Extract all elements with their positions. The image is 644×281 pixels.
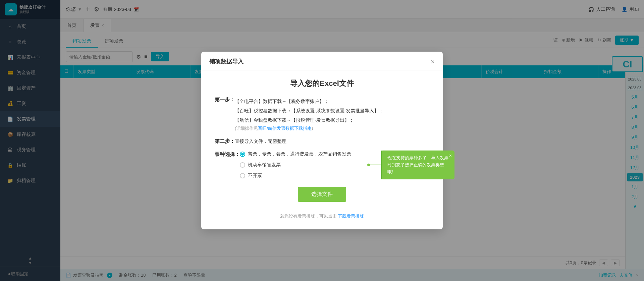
tooltip-container: × 现在支持的票种多了，导入发票时别忘了选择正确的发票类型哦! <box>381 151 454 179</box>
modal-main-title: 导入您的Excel文件 <box>215 78 429 89</box>
step1-row: 第一步： 【全电平台】数据下载→【税务数字账户】； 【百旺】税控盘数据下载→【系… <box>215 97 429 131</box>
step1-content: 【全电平台】数据下载→【税务数字账户】； 【百旺】税控盘数据下载→【系统设置-系… <box>235 97 383 131</box>
radio-motor-label: 机动车销售发票 <box>248 162 281 168</box>
modal-btn-row: 选择文件 <box>215 187 429 202</box>
step2-content: 直接导入文件，无需整理 <box>235 138 286 145</box>
modal-step2: 第二步： 直接导入文件，无需整理 <box>215 138 429 145</box>
radio-normal-label: 普票，专票，卷票，通行费发票，农产品销售发票 <box>248 151 351 157</box>
radio-group: 普票，专票，卷票，通行费发票，农产品销售发票 机动车销售发票 <box>240 151 351 179</box>
tooltip-connector-line <box>369 165 381 165</box>
radio-no-ticket-label: 不开票 <box>248 173 262 179</box>
step1-note: (详细操作见百旺/航信发票数据下载指南) <box>235 125 383 131</box>
step2-row: 第二步： 直接导入文件，无需整理 <box>215 138 429 145</box>
select-file-button[interactable]: 选择文件 <box>298 187 346 202</box>
modal-overlay: 销项数据导入 × 导入您的Excel文件 第一步： 【全电平台】数据下载→【税务… <box>0 0 644 281</box>
import-modal: 销项数据导入 × 导入您的Excel文件 第一步： 【全电平台】数据下载→【税务… <box>201 52 443 229</box>
modal-ticket-select: 票种选择： 普票，专票，卷票，通行费发票，农产品销售发票 机动车销售 <box>215 151 429 179</box>
modal-title: 销项数据导入 <box>209 58 244 65</box>
download-template-link[interactable]: 下载发票模版 <box>338 214 364 219</box>
tooltip-close-btn[interactable]: × <box>449 152 452 159</box>
step1-line1: 【全电平台】数据下载→【税务数字账户】； <box>235 97 383 106</box>
radio-no-ticket-circle <box>240 173 245 178</box>
radio-normal[interactable]: 普票，专票，卷票，通行费发票，农产品销售发票 <box>240 151 351 157</box>
modal-step1: 第一步： 【全电平台】数据下载→【税务数字账户】； 【百旺】税控盘数据下载→【系… <box>215 97 429 131</box>
step1-line2: 【百旺】税控盘数据下载→【系统设置-系统参数设置-发票批量导入】； <box>235 106 383 115</box>
step1-guide-link[interactable]: 百旺/航信发票数据下载指南 <box>258 126 312 131</box>
radio-normal-circle <box>240 152 245 157</box>
ticket-select-row: 票种选择： 普票，专票，卷票，通行费发票，农产品销售发票 机动车销售 <box>215 151 429 179</box>
modal-body: 导入您的Excel文件 第一步： 【全电平台】数据下载→【税务数字账户】； 【百… <box>201 70 443 209</box>
radio-normal-dot <box>241 153 244 156</box>
tooltip-bubble: × 现在支持的票种多了，导入发票时别忘了选择正确的发票类型哦! <box>381 151 454 179</box>
tooltip-accent-bar <box>381 151 382 179</box>
modal-header: 销项数据导入 × <box>201 52 443 70</box>
tooltip-text: 现在支持的票种多了，导入发票时别忘了选择正确的发票类型哦! <box>387 155 448 174</box>
radio-motor[interactable]: 机动车销售发票 × 现在支持的票种多了，导入发票时别忘了选择正确的发票类型哦! <box>240 162 351 168</box>
step1-line3: 【航信】金税盘数据下载→【报税管理-发票数据导出】； <box>235 115 383 125</box>
modal-close-button[interactable]: × <box>431 58 435 65</box>
ticket-select-label: 票种选择： <box>215 151 240 158</box>
step2-label: 第二步： <box>215 138 235 145</box>
step1-label: 第一步： <box>215 97 235 103</box>
radio-motor-circle <box>240 162 245 168</box>
radio-no-ticket[interactable]: 不开票 <box>240 173 351 179</box>
modal-footer: 若您没有发票模版，可以点击 下载发票模版 <box>201 213 443 219</box>
